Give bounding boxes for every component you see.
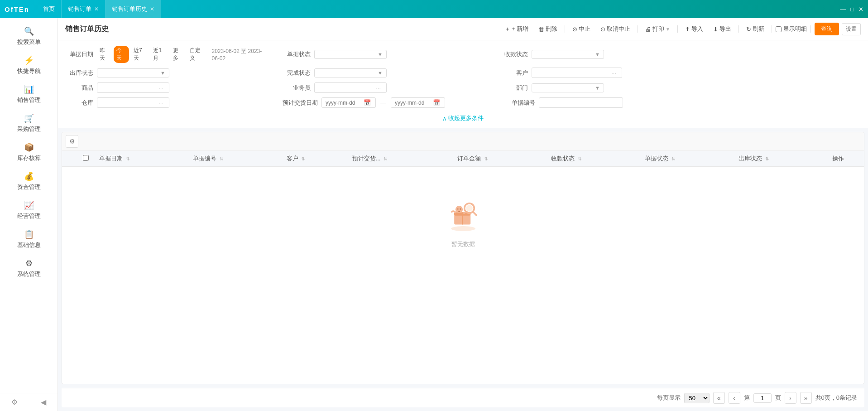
col-number-sort: ⇅ [220, 156, 223, 161]
query-button[interactable]: 查询 [815, 23, 839, 35]
date-field: 昨天 今天 近7天 近1月 更多 自定义 2023-06-02 至 2023-0… [97, 46, 269, 63]
date-from-input[interactable] [326, 100, 362, 106]
col-customer-sort: ⇅ [301, 156, 305, 161]
receive-status-select[interactable]: ▼ [532, 50, 604, 59]
sidebar-item-purchase[interactable]: 🛒 采购管理 [0, 109, 58, 138]
goods-select[interactable]: ··· [97, 82, 169, 93]
import-button[interactable]: ⬆ 导入 [681, 23, 707, 35]
prev-page-button[interactable]: ‹ [729, 392, 740, 404]
select-all-checkbox[interactable] [83, 155, 89, 161]
finance-icon: 💰 [24, 171, 34, 181]
minimize-button[interactable]: — [840, 6, 846, 13]
date-tab-yesterday[interactable]: 昨天 [97, 46, 112, 63]
sidebar-bottom: ⚙ ◀ [0, 393, 58, 411]
complete-status-select[interactable]: ▼ [314, 68, 387, 77]
settings-button[interactable]: 设置 [842, 23, 861, 35]
sidebar-item-quick-nav[interactable]: ⚡ 快捷导航 [0, 51, 58, 80]
export-icon: ⬇ [713, 26, 718, 33]
maximize-button[interactable]: □ [850, 6, 854, 13]
date-label: 单据日期 [65, 50, 97, 58]
date-to-input[interactable] [395, 100, 431, 106]
goods-dots[interactable]: ··· [157, 84, 165, 91]
print-button[interactable]: 🖨 打印 ▼ [642, 23, 674, 35]
new-button[interactable]: ＋ + 新增 [501, 23, 532, 35]
date-from-wrap[interactable]: 📅 [321, 97, 376, 108]
stop-button[interactable]: ⊘ 中止 [569, 23, 594, 35]
salesperson-field: ··· [314, 82, 486, 93]
salesperson-label: 业务员 [283, 84, 314, 92]
table-settings-button[interactable]: ⚙ [66, 135, 78, 148]
divider-1 [565, 25, 565, 33]
salesperson-dots[interactable]: ··· [374, 84, 383, 91]
col-date-header[interactable]: 单据日期 ⇅ [95, 151, 188, 167]
sidebar-item-search[interactable]: 🔍 搜索菜单 [0, 22, 58, 51]
out-status-select[interactable]: ▼ [97, 68, 169, 77]
customer-dots[interactable]: ··· [609, 69, 618, 76]
brand-logo: OfTEn [5, 5, 37, 13]
sidebar-item-sales[interactable]: 📊 销售管理 [0, 80, 58, 109]
delete-button[interactable]: 🗑 删除 [535, 23, 561, 35]
table-header-row: 单据日期 ⇅ 单据编号 ⇅ 客户 ⇅ 预计交货... [62, 151, 864, 167]
sidebar-item-operations[interactable]: 📈 经营管理 [0, 196, 58, 225]
col-number-header[interactable]: 单据编号 ⇅ [188, 151, 282, 167]
svg-line-6 [473, 212, 476, 215]
window-close-button[interactable]: ✕ [858, 6, 863, 13]
col-bill-status-header[interactable]: 单据状态 ⇅ [640, 151, 734, 167]
filter-row-2: 出库状态 ▼ 完成状态 ▼ 客户 [65, 68, 861, 78]
warehouse-label: 仓库 [65, 99, 97, 107]
show-detail-input[interactable] [776, 26, 782, 32]
refresh-button[interactable]: ↻ 刷新 [743, 23, 768, 35]
date-tab-custom[interactable]: 自定义 [187, 46, 207, 63]
show-detail-checkbox[interactable]: 显示明细 [776, 25, 807, 33]
bill-status-select[interactable]: ▼ [314, 50, 387, 59]
sidebar-item-inventory[interactable]: 📦 库存核算 [0, 138, 58, 167]
tab-sales-order-history[interactable]: 销售订单历史 ✕ [106, 0, 161, 18]
topbar: OfTEn 首页 销售订单 ✕ 销售订单历史 ✕ — □ ✕ [0, 0, 868, 18]
sidebar-item-system[interactable]: ⚙ 系统管理 [0, 254, 58, 283]
col-out-status-header[interactable]: 出库状态 ⇅ [734, 151, 828, 167]
salesperson-select[interactable]: ··· [314, 82, 387, 93]
date-tab-today[interactable]: 今天 [114, 46, 129, 63]
warehouse-dots[interactable]: ··· [157, 99, 165, 106]
sidebar-settings-icon[interactable]: ⚙ [11, 398, 18, 406]
date-tab-more[interactable]: 更多 [170, 46, 185, 63]
collapse-button[interactable]: ∧ 收起更多条件 [442, 114, 484, 122]
tab-home[interactable]: 首页 [37, 0, 62, 18]
next-page-button[interactable]: › [785, 392, 796, 404]
toolbar: ＋ + 新增 🗑 删除 ⊘ 中止 ⊙ 取消中止 🖨 [501, 23, 861, 35]
complete-status-label: 完成状态 [283, 69, 314, 77]
per-page-select[interactable]: 50 10 20 100 [684, 393, 710, 403]
sidebar-item-finance[interactable]: 💰 资金管理 [0, 167, 58, 196]
date-tab-1month[interactable]: 近1月 [150, 46, 168, 63]
col-customer-header[interactable]: 客户 ⇅ [282, 151, 348, 167]
tab-sales-order[interactable]: 销售订单 ✕ [62, 0, 106, 18]
out-status-field: ▼ [97, 68, 269, 77]
warehouse-select[interactable]: ··· [97, 97, 169, 108]
cancel-stop-button[interactable]: ⊙ 取消中止 [597, 23, 634, 35]
first-page-button[interactable]: « [713, 392, 725, 404]
department-select[interactable]: ▼ [532, 83, 604, 92]
close-history-tab-icon[interactable]: ✕ [150, 6, 154, 12]
last-page-button[interactable]: » [800, 392, 812, 404]
sidebar-collapse-icon[interactable]: ◀ [41, 398, 46, 406]
col-amount-header[interactable]: 订单金额 ⇅ [453, 151, 547, 167]
col-expected-header[interactable]: 预计交货... ⇅ [348, 151, 453, 167]
date-to-wrap[interactable]: 📅 [391, 97, 445, 108]
bill-status-label: 单据状态 [283, 50, 314, 58]
col-out-status-label: 出库状态 [739, 155, 762, 162]
customer-select[interactable]: ··· [532, 68, 622, 78]
bill-number-input[interactable] [539, 97, 623, 108]
col-checkbox-header [78, 151, 95, 167]
filter-row-4: 仓库 ··· 预计交货日期 📅 — 📅 [65, 97, 861, 108]
sidebar-item-basics[interactable]: 📋 基础信息 [0, 225, 58, 254]
divider-4 [739, 25, 739, 33]
export-button[interactable]: ⬇ 导出 [710, 23, 735, 35]
date-tab-7days[interactable]: 近7天 [131, 46, 149, 63]
col-receive-header[interactable]: 收款状态 ⇅ [547, 151, 640, 167]
goods-label: 商品 [65, 84, 97, 92]
window-actions: — □ ✕ [840, 6, 863, 13]
close-sales-order-tab-icon[interactable]: ✕ [94, 6, 99, 12]
prev-page-icon: ‹ [733, 395, 735, 401]
page-number-input[interactable] [753, 393, 772, 403]
first-page-icon: « [717, 395, 720, 401]
